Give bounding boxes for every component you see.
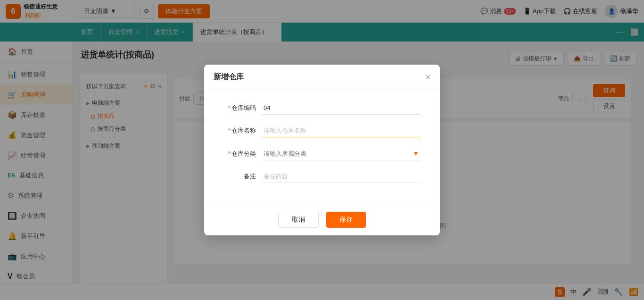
form-row-remark: 备注 (223, 170, 421, 183)
modal-close-icon[interactable]: × (425, 73, 430, 82)
save-button[interactable]: 保存 (326, 212, 366, 228)
name-label: 仓库名称 (223, 126, 256, 135)
category-label: 仓库分类 (223, 150, 256, 158)
form-row-category: 仓库分类 ▼ (223, 147, 421, 160)
category-input[interactable] (264, 150, 413, 157)
form-row-name: 仓库名称 (223, 124, 421, 137)
modal-body: 仓库编码 仓库名称 仓库分类 ▼ 备注 (204, 90, 440, 204)
add-warehouse-modal: 新增仓库 × 仓库编码 仓库名称 仓库分类 ▼ (204, 65, 440, 235)
warehouse-code-input[interactable] (262, 101, 421, 115)
code-label: 仓库编码 (223, 104, 256, 112)
remark-input[interactable] (262, 170, 421, 183)
modal-title: 新增仓库 (214, 72, 244, 82)
modal-overlay[interactable]: 新增仓库 × 仓库编码 仓库名称 仓库分类 ▼ (0, 0, 644, 300)
remark-label: 备注 (223, 172, 256, 181)
modal-footer: 取消 保存 (204, 204, 440, 235)
warehouse-name-input[interactable] (262, 124, 421, 137)
cancel-button[interactable]: 取消 (278, 212, 319, 228)
category-dropdown-icon[interactable]: ▼ (413, 150, 419, 157)
category-select-wrap: ▼ (262, 147, 421, 160)
modal-header: 新增仓库 × (204, 65, 440, 90)
form-row-code: 仓库编码 (223, 101, 421, 115)
